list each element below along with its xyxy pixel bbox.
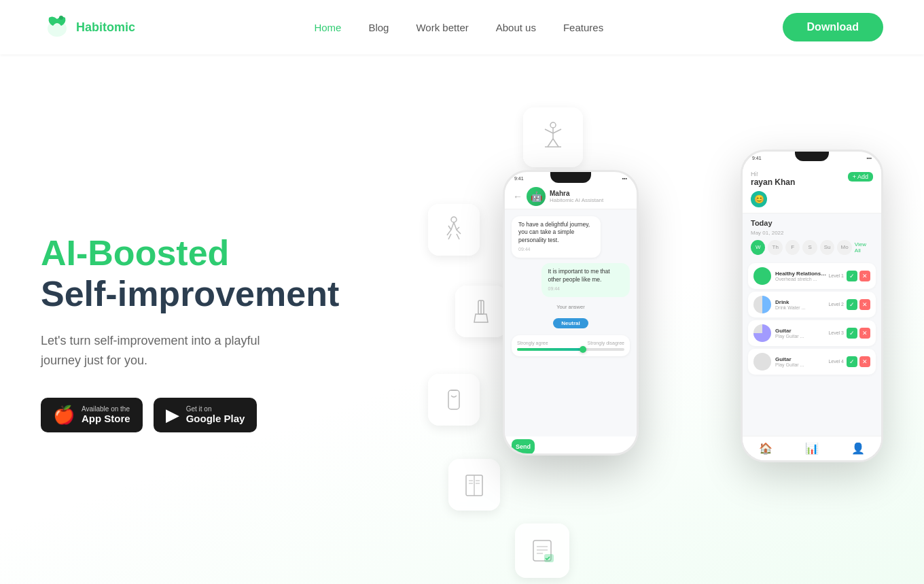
msg-bot-1-time: 09:44	[518, 246, 594, 253]
view-all[interactable]: View All	[855, 241, 873, 254]
hero-visual: 9:41 ▪▪▪ Hi! rayan Khan + Add 😊 Today Ma…	[394, 88, 883, 578]
add-button[interactable]: + Add	[848, 172, 873, 182]
habit-circle-3	[753, 324, 771, 342]
svg-line-7	[553, 139, 558, 147]
send-button[interactable]: Send	[512, 439, 535, 454]
habit-actions-4: ✓ ✕	[847, 356, 870, 367]
habit-check-3[interactable]: ✓	[847, 328, 857, 339]
your-answer-label: Your answer	[512, 304, 630, 310]
habit-x-4[interactable]: ✕	[859, 356, 870, 367]
habit-x-3[interactable]: ✕	[859, 328, 870, 339]
habit-info-2: Drink Drink Water ...	[775, 299, 828, 310]
status-icons-front: ▪▪▪	[622, 176, 627, 181]
app-store-big: App Store	[82, 413, 130, 424]
msg-user-1-time: 09:44	[548, 286, 624, 292]
app-store-button[interactable]: 🍎 Available on the App Store	[41, 398, 143, 432]
status-icons-back: ▪▪▪	[867, 156, 872, 160]
habit-sub-1: Overhead stretch ...	[775, 277, 828, 281]
habit-actions-2: ✓ ✕	[847, 299, 870, 310]
nav-blog[interactable]: Blog	[368, 22, 389, 33]
nav-stats-icon[interactable]: 📊	[805, 442, 819, 455]
habit-circle-2	[753, 296, 771, 313]
float-book-icon	[448, 459, 500, 511]
svg-rect-12	[448, 390, 459, 409]
nav-links: Home Blog Work better About us Features	[314, 22, 603, 33]
hero-subtitle: Let's turn self-improvement into a playf…	[41, 331, 299, 371]
habit-x-2[interactable]: ✕	[859, 299, 870, 310]
bot-name: Mahra	[550, 190, 603, 197]
habit-sub-4: Play Guitar ...	[775, 362, 828, 367]
phone-back-bottom-nav: 🏠 📊 👤	[743, 436, 881, 460]
hero-title-ai: AI-Boosted	[41, 233, 229, 273]
day-s[interactable]: S	[802, 240, 817, 255]
habit-check-2[interactable]: ✓	[847, 299, 857, 310]
svg-line-5	[553, 129, 561, 133]
habit-sub-2: Drink Water ...	[775, 305, 828, 310]
habit-name-3: Guitar	[775, 328, 828, 334]
nav-about-us[interactable]: About us	[496, 22, 536, 33]
back-icon[interactable]: ←	[513, 191, 522, 202]
phone-notch-front	[550, 172, 591, 183]
habit-name-1: Healthy Relationship...	[775, 271, 828, 277]
habit-row-2: Drink Drink Water ... Level 2 ✓ ✕	[748, 292, 876, 317]
habit-row-1: Healthy Relationship... Overhead stretch…	[748, 263, 876, 289]
slider-widget: Strongly agree Strongly disagree	[512, 335, 630, 356]
habit-info-3: Guitar Play Guitar ...	[775, 328, 828, 339]
habit-x-1[interactable]: ✕	[859, 271, 870, 281]
habit-row-3: Guitar Play Guitar ... Level 3 ✓ ✕	[748, 320, 876, 346]
habit-name-2: Drink	[775, 299, 828, 305]
habit-circle-4	[753, 353, 771, 371]
slider-track[interactable]	[517, 348, 624, 351]
habit-info-4: Guitar Play Guitar ...	[775, 356, 828, 367]
habit-check-1[interactable]: ✓	[847, 271, 857, 281]
float-drink-icon	[428, 374, 480, 426]
msg-user-1-text: It is important to me that other people …	[548, 268, 610, 283]
bot-info: Mahra Habitomic AI Assistant	[550, 190, 603, 203]
day-f[interactable]: F	[785, 240, 800, 255]
float-yoga-icon	[523, 107, 583, 167]
svg-point-9	[451, 217, 457, 222]
habit-actions-3: ✓ ✕	[847, 328, 870, 339]
svg-point-2	[550, 122, 556, 128]
user-avatar: 😊	[751, 191, 767, 207]
habit-level-4: Level 4	[828, 359, 844, 364]
today-label: Today	[743, 213, 881, 230]
app-store-small: Available on the	[82, 405, 130, 413]
nav-work-better[interactable]: Work better	[416, 22, 468, 33]
habit-info-1: Healthy Relationship... Overhead stretch…	[775, 271, 828, 281]
slider-left: Strongly agree	[517, 341, 548, 345]
nav-home-icon[interactable]: 🏠	[759, 442, 772, 455]
nav-home[interactable]: Home	[314, 22, 341, 33]
logo[interactable]: Habitomic	[41, 11, 135, 44]
nav-profile-icon[interactable]: 👤	[851, 442, 865, 455]
phone-back-header: Hi! rayan Khan + Add 😊	[743, 164, 881, 213]
day-su[interactable]: Su	[820, 240, 834, 255]
habit-level-2: Level 2	[828, 302, 844, 307]
day-mo[interactable]: Mo	[837, 240, 851, 255]
hero-title: AI-Boosted Self-improvement	[41, 233, 367, 315]
day-w[interactable]: W	[751, 240, 765, 255]
bot-avatar: 🤖	[527, 187, 546, 206]
play-store-small: Get it on	[186, 405, 245, 413]
habit-name-4: Guitar	[775, 356, 828, 362]
phone-notch-back	[795, 152, 829, 161]
slider-right: Strongly disagree	[588, 341, 624, 345]
play-store-text: Get it on Google Play	[186, 405, 245, 424]
day-th[interactable]: Th	[768, 240, 782, 255]
slider-fill	[517, 348, 582, 351]
download-button[interactable]: Download	[783, 13, 883, 41]
bot-sub: Habitomic AI Assistant	[550, 197, 603, 203]
chat-body: To have a delightful journey, you can ta…	[505, 209, 637, 436]
day-row: W Th F S Su Mo View All	[743, 240, 881, 260]
slider-labels: Strongly agree Strongly disagree	[517, 341, 624, 345]
google-play-button[interactable]: ▶ Get it on Google Play	[154, 398, 257, 432]
float-clean-icon	[455, 286, 507, 337]
habit-level-1: Level 1	[828, 273, 844, 278]
hero-text: AI-Boosted Self-improvement Let's turn s…	[41, 233, 367, 432]
nav-features[interactable]: Features	[563, 22, 603, 33]
habit-sub-3: Play Guitar ...	[775, 334, 828, 339]
slider-thumb[interactable]	[580, 346, 586, 353]
habit-level-3: Level 3	[828, 330, 844, 335]
habit-check-4[interactable]: ✓	[847, 356, 857, 367]
app-store-text: Available on the App Store	[82, 405, 130, 424]
